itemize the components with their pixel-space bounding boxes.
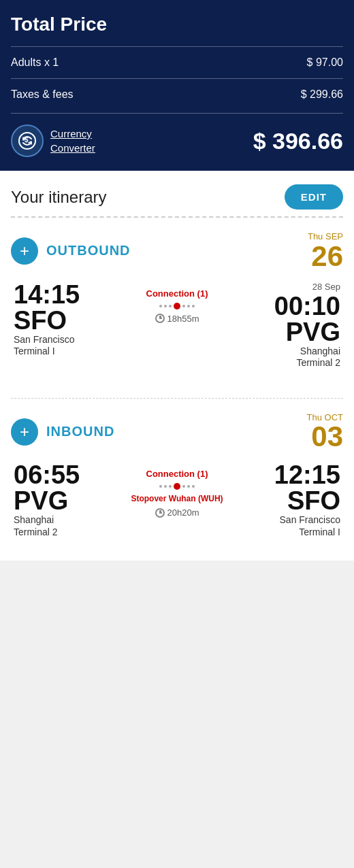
outbound-header: + OUTBOUND Thu SEP 26 <box>11 231 343 271</box>
currency-link[interactable]: Currency Converter <box>50 127 95 155</box>
outbound-departure-terminal: Terminal I <box>14 346 80 356</box>
currency-svg: $ <box>18 131 37 150</box>
inbound-connection-label: Connection (1) <box>86 469 268 479</box>
inbound-arrival-code: SFO <box>274 488 340 514</box>
itinerary-section: Your itinerary EDIT + OUTBOUND Thu SEP 2… <box>0 171 354 561</box>
currency-converter-wrap[interactable]: $ Currency Converter <box>11 124 95 157</box>
itinerary-header: Your itinerary EDIT <box>11 184 343 210</box>
taxes-label: Taxes & fees <box>11 88 74 101</box>
dot2 <box>164 485 167 488</box>
inbound-date-block: Thu OCT 03 <box>307 412 343 452</box>
inbound-date-day: 03 <box>307 422 343 451</box>
outbound-arrival-city: Shanghai <box>274 345 340 357</box>
dot4 <box>182 485 185 488</box>
outbound-arrival-code: PVG <box>274 319 340 345</box>
outbound-departure-city: San Francisco <box>14 333 80 346</box>
inbound-times-row: 06:55 PVG Shanghai Terminal 2 Connection… <box>11 462 343 537</box>
inbound-arrival-city: San Francisco <box>274 514 340 526</box>
inbound-flight-card: + INBOUND Thu OCT 03 06:55 PVG Shanghai … <box>11 412 343 554</box>
outbound-connection-label: Connection (1) <box>86 288 268 299</box>
adults-value: $ 97.00 <box>307 56 343 69</box>
outbound-arrival-date-small: 28 Sep <box>274 282 340 292</box>
inbound-clock-icon <box>155 508 165 518</box>
outbound-times-row: 14:15 SFO San Francisco Terminal I Conne… <box>11 282 343 368</box>
inbound-connection-block: Connection (1) Stopover Wuhan (WUH) <box>80 462 274 518</box>
inbound-header-left: + INBOUND <box>11 418 114 446</box>
dot5 <box>187 305 190 307</box>
inbound-stopover-label: Stopover Wuhan (WUH) <box>86 494 268 503</box>
outbound-arrival-block: 28 Sep 00:10 PVG Shanghai Terminal 2 <box>274 282 340 368</box>
adults-label: Adults x 1 <box>11 56 59 69</box>
inbound-header: + INBOUND Thu OCT 03 <box>11 412 343 452</box>
inbound-connection-line <box>86 483 268 490</box>
inbound-departure-code: PVG <box>14 488 80 514</box>
inbound-departure-city: Shanghai <box>14 514 80 526</box>
outbound-arrival-terminal: Terminal 2 <box>274 357 340 368</box>
itinerary-divider <box>11 216 343 218</box>
total-price-title: Total Price <box>11 14 343 47</box>
currency-bar: $ Currency Converter $ 396.66 <box>11 113 343 171</box>
connection-red-dot <box>174 483 180 490</box>
total-amount: $ 396.66 <box>253 128 343 154</box>
dot6 <box>192 305 195 307</box>
inbound-arrival-block: 12:15 SFO San Francisco Terminal I <box>274 462 340 537</box>
outbound-departure-time: 14:15 <box>14 282 80 307</box>
inbound-departure-time: 06:55 <box>14 462 80 488</box>
outbound-duration-wrap: 18h55m <box>86 314 268 324</box>
svg-text:$: $ <box>25 136 29 144</box>
outbound-departure-code: SFO <box>14 307 80 333</box>
taxes-row: Taxes & fees $ 299.66 <box>11 79 343 110</box>
outbound-connection-line <box>86 303 268 310</box>
connection-red-dot <box>174 303 180 310</box>
outbound-connection-block: Connection (1) 18h55m <box>80 282 274 324</box>
outbound-flight-card: + OUTBOUND Thu SEP 26 14:15 SFO San Fran… <box>11 231 343 384</box>
dot2 <box>164 305 167 307</box>
inbound-duration-wrap: 20h20m <box>86 507 268 518</box>
inbound-duration: 20h20m <box>167 507 199 518</box>
edit-button[interactable]: EDIT <box>285 184 343 210</box>
dot6 <box>192 485 195 488</box>
outbound-date-block: Thu SEP 26 <box>308 231 343 271</box>
inbound-arrival-terminal: Terminal I <box>274 527 340 537</box>
inbound-expand-button[interactable]: + <box>11 418 38 446</box>
dot5 <box>187 485 190 488</box>
adults-row: Adults x 1 $ 97.00 <box>11 47 343 78</box>
flights-separator <box>11 398 343 399</box>
outbound-duration: 18h55m <box>167 314 199 324</box>
dot3 <box>169 485 172 488</box>
outbound-clock-icon <box>155 314 165 323</box>
dot1 <box>159 305 162 307</box>
inbound-departure-block: 06:55 PVG Shanghai Terminal 2 <box>14 462 80 537</box>
dot1 <box>159 485 162 488</box>
currency-icon: $ <box>11 124 44 157</box>
total-price-section: Total Price Adults x 1 $ 97.00 Taxes & f… <box>0 0 354 171</box>
outbound-departure-block: 14:15 SFO San Francisco Terminal I <box>14 282 80 356</box>
inbound-arrival-time: 12:15 <box>274 462 340 488</box>
dot3 <box>169 305 172 307</box>
outbound-arrival-time: 00:10 <box>274 293 340 319</box>
outbound-direction-label: OUTBOUND <box>46 243 131 258</box>
itinerary-title: Your itinerary <box>11 188 107 207</box>
inbound-direction-label: INBOUND <box>46 424 114 439</box>
inbound-departure-terminal: Terminal 2 <box>14 527 80 537</box>
outbound-date-day: 26 <box>308 242 343 271</box>
outbound-header-left: + OUTBOUND <box>11 237 131 265</box>
dot4 <box>182 305 185 307</box>
outbound-expand-button[interactable]: + <box>11 237 38 265</box>
taxes-value: $ 299.66 <box>301 88 343 101</box>
